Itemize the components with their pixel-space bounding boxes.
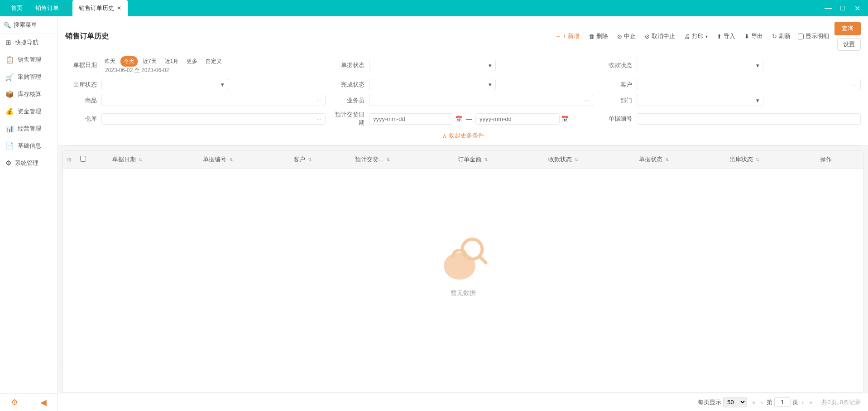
customer-more-icon[interactable]: ··· bbox=[852, 81, 857, 88]
sidebar-item-quick-nav-label: 快捷导航 bbox=[15, 39, 38, 47]
footer-total-info: 共0页, 0条记录 bbox=[821, 398, 861, 406]
th-customer-sort-icon[interactable]: ⇅ bbox=[308, 157, 312, 162]
sidebar-search[interactable]: 🔍 搜索菜单 bbox=[0, 16, 58, 34]
th-order-status: 单据状态 ⇅ bbox=[635, 151, 726, 169]
expected-delivery-label: 预计交货日期 bbox=[333, 111, 369, 127]
collapse-bar[interactable]: ∧ 收起更多条件 bbox=[65, 130, 861, 141]
th-delivery-sort-icon[interactable]: ⇅ bbox=[386, 157, 390, 162]
salesperson-more-icon[interactable]: ··· bbox=[584, 97, 589, 104]
show-columns-checkbox[interactable] bbox=[798, 34, 804, 39]
sidebar-item-basic-info[interactable]: 📄 基础信息 bbox=[0, 137, 58, 155]
new-label: + 新增 bbox=[563, 32, 580, 40]
print-button[interactable]: 🖨 打印 ▾ bbox=[682, 31, 710, 41]
delivery-status-select[interactable]: ▾ bbox=[101, 79, 228, 90]
th-date-label: 单据日期 bbox=[112, 156, 136, 163]
date-btn-today[interactable]: 今天 bbox=[120, 56, 138, 67]
sidebar-item-purchase-mgmt[interactable]: 🛒 采购管理 bbox=[0, 68, 58, 86]
page-size-select[interactable]: 50 10 20 100 bbox=[723, 397, 747, 407]
query-button[interactable]: 查询 bbox=[834, 22, 861, 35]
minimize-button[interactable]: — bbox=[823, 3, 834, 14]
th-payment-status-label: 收款状态 bbox=[548, 156, 572, 163]
first-page-button[interactable]: « bbox=[750, 398, 757, 406]
select-all-checkbox[interactable] bbox=[80, 156, 86, 162]
collapse-sidebar-icon[interactable]: ◀ bbox=[40, 397, 47, 407]
date-btn-yesterday[interactable]: 昨天 bbox=[101, 56, 119, 67]
print-chevron-icon: ▾ bbox=[705, 34, 708, 39]
sidebar-item-operations-label: 经营管理 bbox=[18, 125, 41, 133]
page-label-prefix: 第 bbox=[767, 398, 772, 406]
system-icon: ⚙ bbox=[5, 159, 11, 167]
th-amount-sort-icon[interactable]: ⇅ bbox=[484, 157, 488, 162]
page-label: 页 bbox=[792, 398, 798, 406]
export-button[interactable]: ⬇ 导出 bbox=[743, 31, 765, 41]
expected-delivery-range: 📅 — 📅 bbox=[369, 113, 569, 125]
complete-status-chevron-icon: ▾ bbox=[489, 81, 492, 88]
order-number-input[interactable] bbox=[637, 113, 861, 125]
date-btn-1month[interactable]: 近1月 bbox=[162, 56, 182, 67]
empty-illustration bbox=[436, 232, 490, 282]
th-customer-label: 客户 bbox=[293, 156, 305, 163]
last-page-button[interactable]: » bbox=[807, 398, 814, 406]
date-btn-more[interactable]: 更多 bbox=[183, 56, 201, 67]
table-gear-icon[interactable]: ⚙ bbox=[67, 156, 72, 163]
delivery-date-end[interactable] bbox=[475, 113, 560, 125]
product-more-icon[interactable]: ··· bbox=[317, 97, 321, 104]
delivery-date-start[interactable] bbox=[369, 113, 453, 125]
payment-status-select[interactable]: ▾ bbox=[637, 60, 763, 71]
settings-bottom-icon[interactable]: ⚙ bbox=[11, 397, 18, 407]
delete-button[interactable]: 🗑 删除 bbox=[587, 31, 610, 41]
tab-sales-order-close[interactable]: ✕ bbox=[62, 5, 66, 11]
warehouse-more-icon[interactable]: ··· bbox=[317, 116, 321, 122]
import-button[interactable]: ⬆ 导入 bbox=[715, 31, 737, 41]
tab-sales-history-close[interactable]: ✕ bbox=[117, 5, 121, 11]
close-button[interactable]: ✕ bbox=[852, 3, 863, 14]
sidebar-item-quick-nav[interactable]: ⊞ 快捷导航 bbox=[0, 34, 58, 51]
tab-sales-history-label: 销售订单历史 bbox=[79, 4, 114, 12]
date-btn-custom[interactable]: 自定义 bbox=[202, 56, 225, 67]
sidebar-item-inventory[interactable]: 📦 库存核算 bbox=[0, 86, 58, 103]
next-page-button[interactable]: › bbox=[800, 398, 806, 406]
th-date-sort-icon[interactable]: ⇅ bbox=[139, 157, 142, 162]
settings-button[interactable]: 设置 bbox=[837, 38, 861, 51]
refresh-button[interactable]: ↻ 刷新 bbox=[770, 31, 792, 41]
date-btn-7days[interactable]: 近7天 bbox=[139, 56, 160, 67]
delete-icon: 🗑 bbox=[589, 33, 595, 40]
department-select[interactable]: ▾ bbox=[637, 95, 763, 106]
show-columns-toggle[interactable]: 显示明细 bbox=[798, 32, 829, 40]
sidebar: 🔍 搜索菜单 ⊞ 快捷导航 📋 销售管理 🛒 采购管理 📦 库存核算 💰 资金管… bbox=[0, 16, 58, 411]
th-checkbox-col bbox=[77, 151, 109, 169]
sidebar-item-finance[interactable]: 💰 资金管理 bbox=[0, 103, 58, 120]
cancel-stop-label: 取消中止 bbox=[652, 32, 675, 40]
cancel-stop-button[interactable]: ⊘ 取消中止 bbox=[643, 31, 677, 41]
new-button[interactable]: ＋ + 新增 bbox=[553, 31, 581, 41]
stop-button[interactable]: ⊘ 中止 bbox=[615, 31, 638, 41]
th-settings: ⚙ bbox=[63, 151, 77, 169]
tab-sales-order[interactable]: 销售订单 ✕ bbox=[29, 0, 72, 16]
tab-sales-history[interactable]: 销售订单历史 ✕ bbox=[72, 0, 128, 16]
sidebar-item-system[interactable]: ⚙ 系统管理 bbox=[0, 155, 58, 172]
sidebar-bottom: ⚙ ◀ bbox=[0, 393, 58, 411]
sidebar-item-operations[interactable]: 📊 经营管理 bbox=[0, 120, 58, 137]
show-columns-label: 显示明细 bbox=[806, 32, 829, 40]
th-payment-status-sort-icon[interactable]: ⇅ bbox=[575, 157, 578, 162]
sidebar-item-finance-label: 资金管理 bbox=[18, 107, 41, 116]
svg-point-0 bbox=[444, 252, 475, 280]
tab-home[interactable]: 首页 bbox=[5, 0, 29, 16]
sidebar-item-sales-mgmt[interactable]: 📋 销售管理 bbox=[0, 51, 58, 68]
calendar-start-icon[interactable]: 📅 bbox=[455, 116, 462, 122]
page-title: 销售订单历史 bbox=[65, 32, 109, 41]
table-body: 暂无数据 bbox=[63, 169, 863, 361]
date-dash: — bbox=[466, 116, 472, 122]
th-number-sort-icon[interactable]: ⇅ bbox=[229, 157, 233, 162]
th-delivery-status-sort-icon[interactable]: ⇅ bbox=[756, 157, 759, 162]
order-status-select[interactable]: ▾ bbox=[369, 60, 496, 71]
footer-page-size: 每页显示 50 10 20 100 bbox=[698, 397, 747, 407]
order-status-chevron-icon: ▾ bbox=[489, 62, 492, 69]
current-page-input[interactable] bbox=[774, 397, 791, 407]
salesperson-label: 业务员 bbox=[333, 97, 369, 105]
maximize-button[interactable]: □ bbox=[837, 3, 848, 14]
complete-status-select[interactable]: ▾ bbox=[369, 79, 496, 90]
prev-page-button[interactable]: ‹ bbox=[759, 398, 764, 406]
th-order-status-sort-icon[interactable]: ⇅ bbox=[665, 157, 669, 162]
calendar-end-icon[interactable]: 📅 bbox=[561, 116, 569, 122]
